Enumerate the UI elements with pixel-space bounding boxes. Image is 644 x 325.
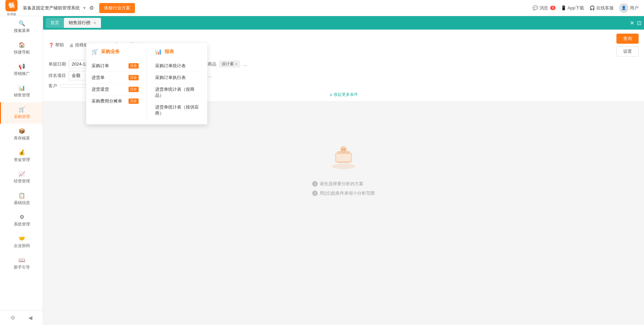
dropdown-item-goods-receipt-stat-supplier[interactable]: 进货单统计表（按供应商）	[155, 101, 202, 119]
empty-icon	[327, 139, 360, 173]
tab-bar-right: ✕ ⊡	[630, 20, 641, 26]
sidebar-settings-btn[interactable]: ⚙	[10, 315, 15, 321]
tip-text-1: 请先选择要分析的方案	[320, 181, 363, 187]
sidebar-item-guide[interactable]: 📖 新手引导	[0, 253, 43, 274]
svg-rect-3	[336, 154, 351, 161]
dropdown-item-goods-return[interactable]: 进货退货 历史	[92, 84, 139, 95]
dropdown-cols: 🛒 采购业务 采购订单 历史 进货单 历史	[92, 48, 202, 119]
dropdown-item-label-goods-receipt-stat-goods: 进货单统计表（按商品）	[155, 86, 202, 98]
history-badge-purchase-expense: 历史	[129, 98, 139, 104]
app-download-label: App下载	[568, 5, 584, 11]
sidebar-item-purchase[interactable]: 🛒 采购管理	[0, 102, 43, 124]
industry-btn[interactable]: 体验行业方案	[99, 3, 135, 13]
tip-text-2: 用[过滤]条件来缩小分析范围	[320, 190, 374, 196]
tab-sales-ranking[interactable]: 销售排行榜 ✕	[64, 18, 101, 28]
sidebar-label-quick-nav: 快捷导航	[14, 49, 30, 55]
dropdown-divider	[147, 48, 147, 119]
app-download-btn[interactable]: 📱 App下载	[561, 5, 584, 11]
dropdown-item-label-purchase-order: 采购订单	[92, 63, 109, 69]
sidebar-item-finance[interactable]: 💰 资金管理	[0, 145, 43, 167]
purchase-col-header: 🛒 采购业务	[92, 48, 139, 56]
goods-dots[interactable]: ...	[243, 61, 247, 67]
report-col-header: 📊 报表	[155, 48, 202, 56]
salesperson-dots[interactable]: ...	[207, 73, 212, 79]
inventory-icon: 📦	[19, 128, 25, 134]
sidebar-label-purchase: 采购管理	[14, 114, 30, 120]
dropdown-item-goods-receipt[interactable]: 进货单 历史	[92, 72, 139, 84]
help-label: 帮助	[55, 42, 64, 48]
avatar: 👤	[619, 3, 629, 13]
report-col: 📊 报表 采购订单统计表 采购订单执行表 进货单统计表（按商品）	[155, 48, 202, 119]
purchase-col: 🛒 采购业务 采购订单 历史 进货单 历史	[92, 48, 139, 119]
content-body: ❓ 帮助 🖨 按模板打印 ▼ 📤 导出 🔄	[43, 30, 644, 325]
goods-label: 商品	[208, 61, 216, 67]
sidebar-item-cooperation[interactable]: 🤝 企业协同	[0, 231, 43, 253]
user-label: 用户	[630, 5, 639, 11]
tab-close-btn[interactable]: ✕	[93, 21, 96, 25]
finance-icon: 💰	[19, 149, 25, 156]
sidebar-label-guide: 新手引导	[14, 265, 30, 270]
tab-bar-close-icon[interactable]: ✕	[630, 20, 634, 26]
content-area: 首页 销售排行榜 ✕ ✕ ⊡ ❓ 帮助	[43, 16, 644, 325]
dropdown-item-label-purchase-expense: 采购费用分摊单	[92, 98, 122, 104]
sidebar-item-search[interactable]: 🔍 搜索菜单	[0, 16, 43, 38]
sidebar-label-finance: 资金管理	[14, 157, 30, 163]
dropdown-item-purchase-order-exec[interactable]: 采购订单执行表	[155, 72, 202, 84]
settings-btn[interactable]: 设置	[616, 46, 639, 56]
messages-badge: 9	[550, 6, 556, 10]
logo-icon: 畅	[5, 0, 17, 11]
tip-num-1: 1	[312, 181, 318, 187]
app-container: 畅 标准版 装备及固定资产辅助管理系统 ▼ ⚙ 体验行业方案 💬 消息 9 📱 …	[0, 0, 644, 325]
sidebar-label-system: 系统管理	[14, 221, 30, 227]
phone-icon: 📱	[561, 5, 566, 10]
sidebar-label-search: 搜索菜单	[14, 28, 30, 34]
purchase-dropdown-menu: 🛒 采购业务 采购订单 历史 进货单 历史	[86, 43, 207, 124]
sales-icon: 📊	[19, 85, 25, 91]
query-btn[interactable]: 查询	[616, 34, 639, 44]
collapse-arrow-icon: ∧	[329, 92, 332, 97]
sidebar-item-operations[interactable]: 📈 经营管理	[0, 167, 43, 188]
user-btn[interactable]: 👤 用户	[619, 3, 639, 13]
messages-label: 消息	[539, 5, 548, 11]
message-icon: 💬	[533, 5, 538, 10]
customer-label: 客户	[48, 83, 57, 89]
marketing-icon: 📢	[19, 63, 25, 70]
sidebar-item-basic-info[interactable]: 📋 基础信息	[0, 188, 43, 210]
tab-bar-expand-icon[interactable]: ⊡	[637, 20, 641, 26]
filter-goods: 商品 设计素 × ...	[208, 60, 247, 68]
sidebar-item-quick-nav[interactable]: 🏠 快捷导航	[0, 38, 43, 59]
tab-sales-ranking-label: 销售排行榜	[69, 20, 91, 26]
dropdown-item-purchase-order[interactable]: 采购订单 历史	[92, 60, 139, 72]
svg-point-0	[332, 164, 355, 169]
sidebar-label-marketing: 营销推广	[14, 71, 30, 77]
system-dropdown-arrow[interactable]: ▼	[82, 6, 86, 10]
sidebar-item-system[interactable]: ⚙ 系统管理	[0, 210, 43, 231]
date-label: 单据日期	[48, 61, 66, 67]
tab-home[interactable]: 首页	[46, 18, 64, 28]
purchase-icon: 🛒	[19, 106, 25, 113]
sidebar-item-marketing[interactable]: 📢 营销推广	[0, 59, 43, 81]
sidebar-collapse-btn[interactable]: ◀	[28, 315, 32, 321]
sidebar-item-sales[interactable]: 📊 销售管理	[0, 81, 43, 102]
history-badge-goods-receipt: 历史	[129, 75, 139, 80]
goods-tag-close[interactable]: ×	[235, 62, 238, 67]
top-bar-left: 畅 标准版 装备及固定资产辅助管理系统 ▼ ⚙ 体验行业方案	[5, 0, 135, 16]
sidebar-label-operations: 经营管理	[14, 178, 30, 184]
help-icon: ❓	[48, 43, 54, 48]
dropdown-item-label-goods-return: 进货退货	[92, 86, 109, 92]
cooperation-icon: 🤝	[19, 235, 25, 242]
dropdown-item-goods-receipt-stat-goods[interactable]: 进货单统计表（按商品）	[155, 84, 202, 101]
dropdown-item-purchase-order-stat[interactable]: 采购订单统计表	[155, 60, 202, 72]
operations-icon: 📈	[19, 171, 25, 177]
sidebar-item-inventory[interactable]: 📦 库存核算	[0, 124, 43, 145]
collapse-btn[interactable]: ∧ 收起更多条件	[329, 92, 358, 97]
logo-area: 畅 标准版	[5, 0, 17, 16]
online-service-btn[interactable]: 🎧 在线客服	[589, 5, 614, 11]
help-btn[interactable]: ❓ 帮助	[48, 42, 64, 48]
messages-btn[interactable]: 💬 消息 9	[533, 5, 556, 11]
system-settings-icon[interactable]: ⚙	[89, 5, 94, 11]
sidebar-label-inventory: 库存核算	[14, 135, 30, 141]
history-badge-purchase-order: 历史	[129, 63, 139, 69]
search-icon: 🔍	[19, 20, 25, 27]
dropdown-item-purchase-expense[interactable]: 采购费用分摊单 历史	[92, 95, 139, 107]
